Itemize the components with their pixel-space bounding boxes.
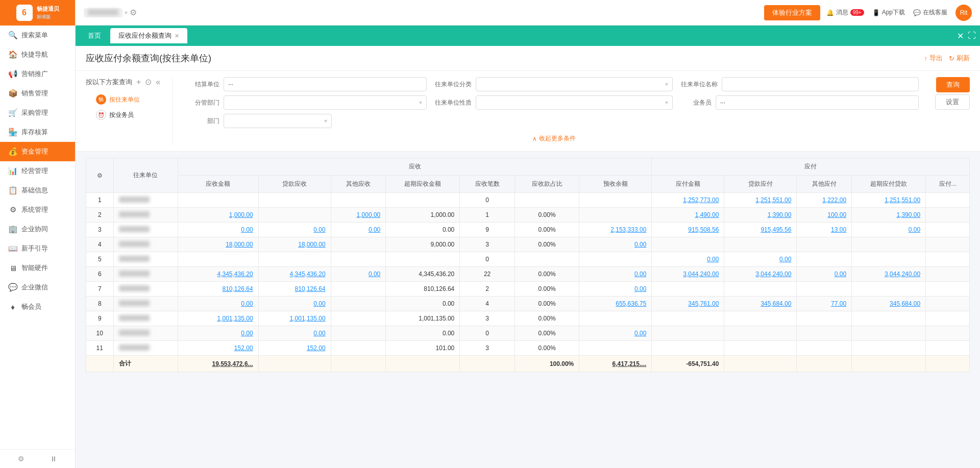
sidebar-item-purchase[interactable]: 🛒采购管理 — [0, 103, 75, 122]
topbar-actions: 🔔 消息 99+ 📱 App下载 💬 在线客服 Rit — [826, 5, 972, 21]
sidebar: 6 畅捷通贝 标准版 🔍搜索菜单🏠快捷导航📢营销推广📦销售管理🛒采购管理🏪库存核… — [0, 0, 76, 468]
tab-expand-icon[interactable]: ⛶ — [968, 31, 976, 41]
footer-ar-prepay[interactable]: 6,417,215.... — [579, 356, 652, 372]
filter-add-btn[interactable]: + — [136, 78, 141, 87]
filter-input-unit-name[interactable] — [722, 77, 919, 91]
table-row: 11 152.00152.00101.0030.00% — [86, 341, 970, 356]
finance-icon: 💰 — [8, 147, 17, 156]
table-row: 1 01,252,773.001,251,551.001,222.001,251… — [86, 193, 970, 208]
footer-ar-amount[interactable]: 19,553,472,6... — [178, 356, 258, 372]
footer-label: 合计 — [113, 356, 178, 372]
user-avatar[interactable]: Rit — [955, 5, 972, 21]
sidebar-item-finance[interactable]: 💰资金管理 — [0, 142, 75, 161]
sidebar-item-quick-nav[interactable]: 🏠快捷导航 — [0, 45, 75, 64]
notification-icon: 🔔 — [826, 9, 834, 16]
data-table: ⚙ 往来单位 应收 应付 应收金额 贷款应收 其他应收 超期应收金额 应收笔数 … — [86, 158, 970, 372]
sidebar-item-sales[interactable]: 📦销售管理 — [0, 84, 75, 103]
th-ar-loan: 贷款应收 — [258, 176, 331, 193]
sidebar-item-label-basic: 基础信息 — [21, 186, 48, 195]
sidebar-item-search[interactable]: 🔍搜索菜单 — [0, 26, 75, 45]
tabbar: 首页 应收应付余额查询 ✕ ✕ ⛶ — [76, 26, 980, 46]
filter-field-salesperson: 业务员 ··· — [681, 95, 919, 110]
wechat-icon: 💬 — [8, 283, 17, 292]
sidebar-item-hardware[interactable]: 🖥智能硬件 — [0, 258, 75, 278]
tab-close-icon[interactable]: ✕ — [175, 33, 179, 39]
sidebar-item-system[interactable]: ⚙系统管理 — [0, 200, 75, 219]
th-ap-overdue: 超期应付贷款 — [852, 176, 926, 193]
sidebar-menu: 🔍搜索菜单🏠快捷导航📢营销推广📦销售管理🛒采购管理🏪库存核算💰资金管理📊经营管理… — [0, 26, 75, 449]
filter-actions: 查询 设置 — [927, 77, 970, 145]
filter-field-unit-name: 往来单位名称 — [681, 77, 919, 91]
sidebar-item-enterprise[interactable]: 🏢企业协同 — [0, 219, 75, 239]
refresh-btn[interactable]: ↻ 刷新 — [949, 54, 970, 63]
filter-field-dept: 分管部门 ▾ — [189, 95, 427, 110]
sidebar-item-guide[interactable]: 📖新手引导 — [0, 239, 75, 258]
filter-input-dept[interactable]: ▾ — [224, 95, 427, 110]
filter-field-unit-category: 往来单位分类 ▾ — [435, 77, 673, 91]
sidebar-item-label-hardware: 智能硬件 — [21, 263, 48, 273]
sidebar-item-marketing[interactable]: 📢营销推广 — [0, 64, 75, 84]
app-download-btn[interactable]: 📱 App下载 — [872, 8, 905, 17]
notification-btn[interactable]: 🔔 消息 99+ — [826, 8, 864, 17]
dropdown-arrow-type: ▾ — [665, 99, 668, 106]
field-label-unit-type: 往来单位性质 — [435, 98, 472, 107]
query-btn[interactable]: 查询 — [936, 77, 970, 92]
sidebar-item-inventory[interactable]: 🏪库存核算 — [0, 122, 75, 142]
th-ap-other: 其他应付 — [797, 176, 852, 193]
sidebar-item-label-enterprise: 企业协同 — [21, 225, 48, 234]
sidebar-item-label-finance: 资金管理 — [21, 147, 48, 156]
sidebar-item-operations[interactable]: 📊经营管理 — [0, 161, 75, 181]
tab-close-all-icon[interactable]: ✕ — [957, 31, 964, 41]
footer-settings-icon[interactable]: ⚙ — [18, 455, 24, 463]
footer-collapse-icon[interactable]: ⏸ — [50, 455, 57, 463]
footer-ar-count — [460, 356, 515, 372]
filter-input-settlement[interactable]: ··· — [224, 77, 427, 91]
filter-field-unit-type: 往来单位性质 ▾ — [435, 95, 673, 110]
filter-options-list: 畅 按往来单位 ⏰ 按业务员 — [96, 93, 164, 121]
filter-option-by-unit[interactable]: 畅 按往来单位 — [96, 93, 164, 106]
table-row: 2 1,000.001,000.001,000.0010.00%1,490.00… — [86, 208, 970, 223]
inventory-icon: 🏪 — [8, 128, 17, 137]
table-row: 6 4,345,436.204,345,436.200.004,345,436.… — [86, 267, 970, 282]
filter-input-unit-type[interactable]: ▾ — [476, 95, 673, 110]
filter-input-subdept[interactable]: ▾ — [224, 114, 332, 128]
sidebar-item-label-marketing: 营销推广 — [21, 69, 48, 79]
sidebar-item-label-system: 系统管理 — [21, 205, 48, 214]
th-unit: 往来单位 — [113, 158, 178, 193]
set-btn[interactable]: 设置 — [935, 94, 970, 110]
filter-area: 按以下方案查询 + ⊙ « 畅 按往来单位 ⏰ 按业务员 — [76, 71, 980, 152]
filter-row-2: 分管部门 ▾ 往来单位性质 ▾ — [189, 95, 919, 110]
footer-ar-loan — [258, 356, 331, 372]
filter-collapse-btn[interactable]: ∧ 收起更多条件 — [189, 132, 919, 145]
field-label-dept: 分管部门 — [189, 98, 219, 107]
sidebar-item-basic[interactable]: 📋基础信息 — [0, 181, 75, 200]
sidebar-item-label-sales: 销售管理 — [21, 89, 48, 98]
th-ar-group: 应收 — [178, 158, 651, 176]
th-ap-group: 应付 — [652, 158, 970, 176]
sidebar-item-vip[interactable]: ♦畅会员 — [0, 297, 75, 316]
footer-ap-tail — [926, 356, 970, 372]
filter-input-salesperson[interactable]: ··· — [716, 95, 919, 110]
table-row: 9 1,001,135.001,001,135.001,001,135.0030… — [86, 311, 970, 326]
sidebar-item-wechat[interactable]: 💬企业微信 — [0, 278, 75, 297]
sidebar-item-label-guide: 新手引导 — [21, 244, 48, 253]
filter-settings-btn[interactable]: ⊙ — [145, 77, 152, 87]
th-ap-amount: 应付金额 — [652, 176, 724, 193]
export-btn[interactable]: ↑ 导出 — [924, 54, 943, 63]
online-service-btn[interactable]: 💬 在线客服 — [913, 8, 947, 17]
filter-collapse-btn[interactable]: « — [156, 78, 160, 87]
trial-btn[interactable]: 体验行业方案 — [764, 5, 820, 20]
th-settings[interactable]: ⚙ — [86, 158, 114, 193]
footer-ar-overdue — [386, 356, 460, 372]
filter-option-by-staff[interactable]: ⏰ 按业务员 — [96, 108, 164, 121]
table-area: ⚙ 往来单位 应收 应付 应收金额 贷款应收 其他应收 超期应收金额 应收笔数 … — [76, 152, 980, 468]
th-ar-other: 其他应收 — [331, 176, 386, 193]
filter-field-subdept: 部门 ▾ — [189, 114, 332, 128]
dropdown-arrow: ▾ — [665, 81, 668, 88]
tab-home[interactable]: 首页 — [80, 28, 109, 43]
topbar-gear-icon[interactable]: ⚙ — [130, 8, 137, 17]
tab-ar-ap[interactable]: 应收应付余额查询 ✕ — [110, 28, 187, 43]
filter-input-unit-category[interactable]: ▾ — [476, 77, 673, 91]
footer-ar-ratio: 100.00% — [514, 356, 579, 372]
filter-row-1: 结算单位 ··· 往来单位分类 ▾ — [189, 77, 919, 91]
